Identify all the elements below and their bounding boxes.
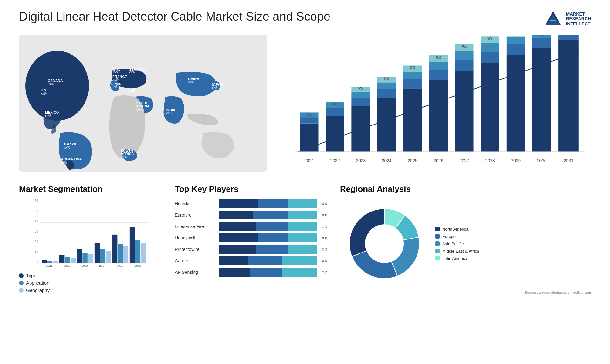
header: Digital Linear Heat Detector Cable Marke… xyxy=(19,10,591,29)
segmentation-title: Market Segmentation xyxy=(19,184,162,194)
svg-text:XX: XX xyxy=(384,76,390,81)
svg-text:2025: 2025 xyxy=(117,264,123,267)
svg-rect-122 xyxy=(77,249,82,263)
legend-dot-application xyxy=(19,281,24,285)
regional-legend-label: Latin America xyxy=(442,256,467,261)
bar-segment xyxy=(219,256,248,265)
svg-text:2022: 2022 xyxy=(64,264,70,267)
player-bar xyxy=(219,256,317,265)
bar-segment xyxy=(256,222,288,231)
svg-text:xx%: xx% xyxy=(112,78,119,81)
svg-rect-56 xyxy=(377,89,396,98)
regional-title: Regional Analysis xyxy=(340,184,591,194)
svg-rect-50 xyxy=(351,98,370,106)
svg-text:xx%: xx% xyxy=(188,80,194,84)
player-name: Linesense Fire xyxy=(175,224,216,229)
svg-text:2023: 2023 xyxy=(81,264,88,267)
regional-legend-item: Latin America xyxy=(435,256,479,261)
player-value-label: XX xyxy=(322,236,327,240)
svg-rect-115 xyxy=(47,261,52,263)
svg-rect-130 xyxy=(112,235,118,263)
svg-text:xx%: xx% xyxy=(45,114,51,118)
player-value-label: XX xyxy=(322,247,327,252)
svg-rect-124 xyxy=(88,254,93,263)
svg-text:2025: 2025 xyxy=(408,158,417,163)
svg-rect-114 xyxy=(42,260,47,263)
svg-rect-90 xyxy=(532,48,551,152)
players-list: HochikiXXEurofyreXXLinesense FireXXHoney… xyxy=(175,199,327,277)
svg-rect-119 xyxy=(65,257,70,263)
svg-text:2023: 2023 xyxy=(356,158,366,163)
svg-text:xx%: xx% xyxy=(41,92,47,95)
regional-legend-label: Europe xyxy=(442,234,456,239)
svg-text:xx%: xx% xyxy=(64,146,70,149)
regional-legend-dot xyxy=(435,249,440,253)
svg-text:xx%: xx% xyxy=(129,71,135,74)
svg-rect-87 xyxy=(506,36,525,44)
svg-rect-128 xyxy=(106,251,111,263)
bar-segment xyxy=(219,222,256,231)
player-name: Eurofyre xyxy=(175,212,216,218)
regional-legend-dot xyxy=(435,256,440,260)
regional-legend-item: Europe xyxy=(435,234,479,239)
svg-text:xx%: xx% xyxy=(61,161,67,164)
svg-rect-69 xyxy=(429,62,448,70)
bar-segment xyxy=(282,256,316,265)
svg-text:10: 10 xyxy=(35,250,38,254)
player-bar-container xyxy=(219,222,317,231)
bar-segment xyxy=(288,222,317,231)
seg-legend: Type Application Geography xyxy=(19,273,162,293)
key-players-area: Top Key Players HochikiXXEurofyreXXLines… xyxy=(175,184,327,305)
player-row: CarrierXX xyxy=(175,256,327,265)
bar-segment xyxy=(256,245,288,254)
player-bar xyxy=(219,222,317,231)
player-bar-container xyxy=(219,245,317,254)
regional-legend-label: Middle East & Africa xyxy=(442,249,479,253)
player-bar xyxy=(219,245,317,254)
player-row: AP SensingXX xyxy=(175,268,327,277)
svg-rect-131 xyxy=(118,244,123,263)
player-bar xyxy=(219,199,317,208)
donut-segment xyxy=(391,237,419,276)
svg-rect-55 xyxy=(377,98,396,152)
svg-rect-81 xyxy=(481,43,499,52)
svg-rect-132 xyxy=(123,246,129,263)
svg-text:20: 20 xyxy=(35,240,38,244)
svg-rect-127 xyxy=(100,249,105,263)
bar-segment xyxy=(219,233,258,242)
regional-legend-label: North America xyxy=(442,227,468,232)
svg-rect-44 xyxy=(326,116,344,152)
regional-legend: North AmericaEuropeAsia PacificMiddle Ea… xyxy=(435,227,479,261)
player-name: Honeywell xyxy=(175,235,216,240)
legend-dot-geography xyxy=(19,288,24,293)
player-bar-container xyxy=(219,233,317,242)
player-value-label: XX xyxy=(322,213,327,218)
svg-rect-116 xyxy=(53,261,58,263)
svg-text:2026: 2026 xyxy=(134,264,141,267)
svg-text:2031: 2031 xyxy=(564,158,573,163)
svg-rect-51 xyxy=(351,92,370,98)
player-value-label: XX xyxy=(322,201,327,206)
regional-area: Regional Analysis North AmericaEuropeAsi… xyxy=(340,184,591,305)
legend-geography: Geography xyxy=(19,287,162,293)
regional-legend-item: Middle East & Africa xyxy=(435,249,479,253)
donut-segment xyxy=(352,251,397,279)
legend-type: Type xyxy=(19,273,162,278)
svg-rect-61 xyxy=(403,89,422,152)
regional-legend-dot xyxy=(435,241,440,246)
legend-dot-type xyxy=(19,273,24,278)
growth-bar-chart: XX 2021 XX 2022 XX xyxy=(280,35,591,172)
svg-rect-118 xyxy=(59,255,65,263)
player-row: HochikiXX xyxy=(175,199,327,208)
player-row: EurofyreXX xyxy=(175,211,327,219)
player-row: Linesense FireXX xyxy=(175,222,327,231)
svg-rect-74 xyxy=(455,60,474,71)
svg-text:xx%: xx% xyxy=(113,71,119,74)
svg-text:30: 30 xyxy=(35,230,38,233)
bar-segment xyxy=(219,211,253,219)
svg-text:2030: 2030 xyxy=(537,158,547,163)
logo-area: MARKET RESEARCH INTELLECT xyxy=(544,10,591,29)
svg-rect-45 xyxy=(326,108,344,116)
svg-rect-120 xyxy=(71,258,76,263)
bar-segment xyxy=(288,233,317,242)
